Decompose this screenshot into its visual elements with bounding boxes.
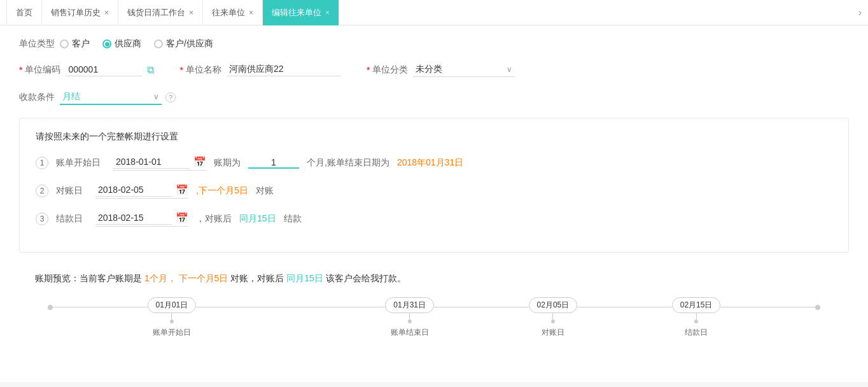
timeline-badge-4: 02月15日: [672, 297, 721, 313]
timeline-badge-2: 01月31日: [385, 297, 434, 313]
tab-edit-partner[interactable]: 编辑往来单位 ×: [263, 0, 339, 25]
radio-customer-circle: [60, 39, 69, 48]
payment-plain1-text: ，对账后: [196, 213, 232, 225]
unit-category-value: 未分类: [416, 64, 503, 75]
preview-section: 账期预览：当前客户账期是 1个月， 下一个月5日 对账，对账后 同月15日 该客…: [19, 263, 849, 348]
preview-prefix: 账期预览：当前客户账期是: [35, 273, 142, 283]
payment-row: 3 结款日 📅 ，对账后 同月15日 结款: [36, 211, 832, 227]
payment-plain2-text: 结款: [284, 213, 302, 225]
payment-label: 结款日: [56, 213, 83, 225]
timeline-line-3: [577, 307, 672, 307]
preview-part4: 同月15日: [286, 273, 323, 283]
preview-part5: 该客户会给我打款。: [326, 273, 406, 283]
bill-start-row: 1 账单开始日 📅 账期为 个月,账单结束日期为 2018年01月31日: [36, 155, 832, 171]
reconcile-calendar-icon[interactable]: 📅: [176, 184, 188, 196]
payment-terms-label: 收款条件: [19, 92, 55, 103]
timeline-node-1: 01月01日 账单开始日: [148, 297, 197, 338]
help-icon[interactable]: ?: [165, 92, 176, 102]
unit-name-group: * 单位名称: [179, 63, 340, 76]
row-num-1: 1: [36, 157, 48, 169]
timeline-tick-2: [409, 313, 410, 320]
bill-start-label: 账单开始日: [56, 157, 101, 169]
unit-code-group: * 单位编码 ⧉: [19, 63, 154, 76]
bill-start-date-wrap: 📅: [113, 155, 206, 171]
timeline-node-2: 01月31日 账单结束日: [385, 297, 434, 338]
radio-customer[interactable]: 客户: [60, 38, 90, 50]
radio-customer-label: 客户: [72, 38, 90, 50]
tab-edit-partner-label: 编辑往来单位: [272, 7, 321, 18]
timeline-tick-4: [696, 313, 697, 320]
payment-calendar-icon[interactable]: 📅: [176, 212, 188, 224]
row-num-2: 2: [36, 185, 48, 197]
tab-home[interactable]: 首页: [6, 0, 42, 25]
main-content: 单位类型 客户 供应商 客户/供应商 * 单位编码 ⧉ * 单位名称: [0, 25, 868, 382]
timeline-line-4: [720, 307, 815, 307]
radio-supplier[interactable]: 供应商: [102, 38, 141, 50]
unit-category-label: 单位分类: [372, 64, 408, 76]
preview-part2: 下一个月5日: [179, 273, 228, 283]
payment-terms-value: 月结: [62, 91, 150, 102]
radio-customer-supplier-label: 客户/供应商: [166, 38, 213, 50]
timeline-label-3: 对账日: [542, 327, 564, 338]
radio-customer-supplier-circle: [154, 39, 163, 48]
bill-end-date-display: 2018年01月31日: [397, 157, 463, 169]
radio-supplier-circle: [102, 39, 111, 48]
tab-bar: 首页 销售订单历史 × 钱货日清工作台 × 往来单位 × 编辑往来单位 × ›: [0, 0, 868, 25]
reconcile-date-input[interactable]: [95, 183, 172, 197]
timeline-end-dot: [815, 305, 820, 310]
period-suffix2: 个月,账单结束日期为: [307, 157, 389, 169]
unit-info-row: * 单位编码 ⧉ * 单位名称 * 单位分类 未分类 ∨: [19, 62, 849, 77]
tab-scroll-right-icon[interactable]: ›: [858, 7, 862, 18]
unit-name-label: 单位名称: [186, 64, 221, 76]
payment-date-wrap: 📅: [95, 211, 188, 227]
timeline-end-dot-wrap: [815, 297, 820, 310]
timeline-node-3: 02月05日 对账日: [529, 297, 578, 338]
timeline-line-1: [196, 307, 385, 307]
tab-cash-work-close[interactable]: ×: [189, 8, 193, 17]
bill-start-calendar-icon[interactable]: 📅: [193, 156, 206, 168]
radio-customer-supplier[interactable]: 客户/供应商: [154, 38, 213, 50]
radio-supplier-label: 供应商: [115, 38, 141, 50]
period-value-input[interactable]: [248, 157, 299, 169]
copy-icon[interactable]: ⧉: [147, 64, 154, 76]
unit-type-label: 单位类型: [19, 38, 55, 50]
tab-partners-close[interactable]: ×: [249, 8, 253, 17]
timeline-dot-3: [551, 320, 555, 323]
preview-part3: 对账，对账后: [230, 273, 284, 283]
unit-name-input[interactable]: [227, 63, 341, 76]
tab-cash-work[interactable]: 钱货日清工作台 ×: [118, 0, 203, 25]
reconcile-date-wrap: 📅: [95, 183, 188, 199]
tab-sales-history-close[interactable]: ×: [104, 8, 109, 17]
tab-home-label: 首页: [16, 7, 32, 18]
timeline-node-4: 02月15日 结款日: [672, 297, 721, 338]
timeline-line-2: [434, 307, 529, 307]
unit-category-select[interactable]: 未分类 ∨: [413, 62, 515, 77]
tab-edit-partner-close[interactable]: ×: [325, 8, 330, 17]
tab-partners[interactable]: 往来单位 ×: [203, 0, 263, 25]
bill-start-date-input[interactable]: [113, 155, 190, 169]
payment-terms-select[interactable]: 月结 ∨: [60, 90, 162, 105]
unit-category-required: *: [367, 65, 370, 75]
tab-sales-history-label: 销售订单历史: [51, 7, 101, 18]
timeline-dot-1: [170, 320, 174, 323]
timeline-badge-1: 01月01日: [148, 297, 197, 313]
unit-type-row: 单位类型 客户 供应商 客户/供应商: [19, 38, 849, 50]
unit-type-radio-group: 客户 供应商 客户/供应商: [60, 38, 213, 50]
unit-code-label: 单位编码: [25, 64, 60, 76]
timeline-tick-3: [552, 313, 553, 320]
timeline-label-4: 结款日: [685, 327, 708, 338]
preview-text: 账期预览：当前客户账期是 1个月， 下一个月5日 对账，对账后 同月15日 该客…: [35, 273, 833, 285]
reconcile-plain-text: 对账: [256, 185, 274, 197]
tab-sales-history[interactable]: 销售订单历史 ×: [42, 0, 118, 25]
timeline-dot-4: [694, 320, 698, 323]
unit-code-input[interactable]: [66, 63, 142, 76]
period-section: 请按照未来的一个完整帐期进行设置 1 账单开始日 📅 账期为 个月,账单结束日期…: [19, 118, 849, 253]
period-suffix1: 账期为: [214, 157, 241, 169]
timeline-label-2: 账单结束日: [391, 327, 429, 338]
timeline-start-dot: [48, 305, 53, 310]
timeline: 01月01日 账单开始日 01月31日 账单结束日 02月05日 对账日: [35, 297, 833, 338]
reconcile-label: 对账日: [56, 185, 83, 197]
tab-cash-work-label: 钱货日清工作台: [127, 7, 185, 18]
tab-partners-label: 往来单位: [212, 7, 245, 18]
payment-date-input[interactable]: [95, 211, 172, 225]
